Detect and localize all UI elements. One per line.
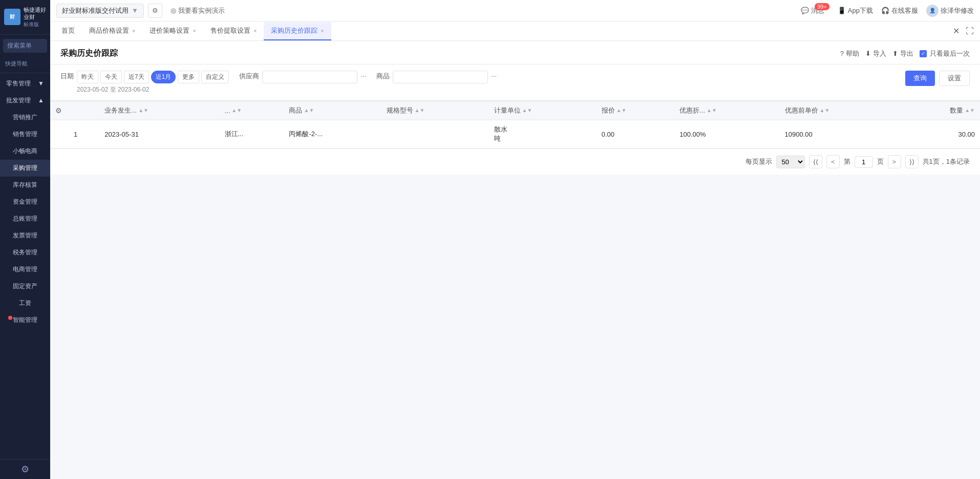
sidebar-item-tax[interactable]: 税务管理	[0, 244, 50, 261]
app-logo-icon: 财	[4, 9, 20, 25]
tab-history[interactable]: 采购历史价跟踪 ×	[264, 22, 331, 40]
page-number-input[interactable]	[855, 156, 873, 168]
last-only-checkbox[interactable]: ✓	[920, 50, 927, 57]
tab-home[interactable]: 首页	[54, 22, 82, 40]
topbar-settings-button[interactable]: ⚙	[148, 4, 162, 18]
tab-strategy[interactable]: 进价策略设置 ×	[142, 22, 203, 40]
sort-icon-supplier: ▲▼	[304, 108, 314, 113]
data-table-wrapper: ⚙ 业务发生... ▲▼ ... ▲▼	[50, 101, 980, 148]
page-first-button[interactable]: ⟨⟨	[809, 155, 822, 168]
sort-icon-more: ▲▼	[231, 108, 242, 113]
tab-maximize-button[interactable]: ⛶	[964, 25, 976, 37]
version-selector[interactable]: 好业财标准版交付试用 ▼	[56, 4, 144, 18]
sidebar-item-assets[interactable]: 固定资产	[0, 278, 50, 295]
cell-settings	[50, 120, 69, 148]
app-logo-text: 畅捷通好业财 标准版	[24, 6, 46, 28]
date-filter-options: 昨天 今天 近7天 近1月 更多 自定义 2023-05-02 至 2023-0…	[77, 71, 229, 94]
tab-end-buttons: ✕ ⛶	[951, 25, 976, 37]
sidebar-settings-button[interactable]: ⚙	[21, 464, 29, 475]
sidebar-item-ecommerce[interactable]: 电商管理	[0, 261, 50, 278]
tab-close-history[interactable]: ×	[321, 28, 324, 34]
tab-close-strategy[interactable]: ×	[193, 28, 196, 34]
col-unit-header: 计量单位 ▲▼	[489, 101, 596, 120]
messages-badge: 99+	[815, 3, 829, 10]
page-prev-button[interactable]: ＜	[826, 155, 840, 168]
column-settings-button[interactable]: ⚙	[55, 106, 62, 115]
sidebar-item-purchase[interactable]: 采购管理	[0, 160, 50, 177]
sidebar-item-marketing[interactable]: 营销推广	[0, 109, 50, 126]
total-info: 共1页，1条记录	[923, 157, 970, 166]
tab-sale-price[interactable]: 售价提取设置 ×	[203, 22, 264, 40]
query-button[interactable]: 查询	[905, 71, 935, 86]
tab-price[interactable]: 商品价格设置 ×	[82, 22, 142, 40]
help-button[interactable]: ? 帮助	[840, 49, 859, 58]
sidebar-item-invoice[interactable]: 发票管理	[0, 227, 50, 244]
product-more-btn[interactable]: ...	[491, 71, 497, 78]
sort-icon-date: ▲▼	[138, 108, 148, 113]
cell-num: 1	[69, 120, 99, 148]
page-label-text: 第	[844, 157, 850, 166]
date-btn-1month[interactable]: 近1月	[151, 71, 176, 83]
tab-close-all-button[interactable]: ✕	[951, 25, 962, 37]
product-input[interactable]	[393, 71, 488, 83]
date-btn-more[interactable]: 更多	[178, 71, 199, 83]
quick-nav-label: 快捷导航	[0, 57, 50, 71]
cell-qty: 30.00	[902, 120, 980, 148]
last-only-checkbox-row: ✓ 只看最后一次	[920, 49, 970, 58]
date-range-display: 2023-05-02 至 2023-06-02	[77, 85, 229, 94]
topbar: 好业财标准版交付试用 ▼ ⚙ ◎ 我要看实例演示 💬 消息 99+ 📱 App下…	[50, 0, 980, 21]
col-price-header: 报价 ▲▼	[596, 101, 674, 120]
cell-date: 2023-05-31	[99, 120, 219, 148]
date-btn-7days[interactable]: 近7天	[124, 71, 149, 83]
messages-button[interactable]: 💬 消息 99+	[801, 6, 824, 15]
tab-close-price[interactable]: ×	[132, 28, 135, 34]
page-unit-label: 页	[877, 157, 884, 166]
cell-price: 0.00	[596, 120, 674, 148]
per-page-select[interactable]: 50 20 100	[776, 156, 805, 168]
export-icon: ⬆	[892, 50, 898, 57]
help-icon: ?	[840, 50, 844, 57]
cell-discount: 100.00%	[674, 120, 779, 148]
import-button[interactable]: ⬇ 导入	[865, 49, 886, 58]
date-btn-custom[interactable]: 自定义	[201, 71, 229, 83]
search-menu-button[interactable]: 搜索菜单	[3, 39, 47, 53]
sidebar-item-ledger[interactable]: 总账管理	[0, 210, 50, 227]
cell-product: 丙烯酸-2-...	[284, 120, 381, 148]
export-button[interactable]: ⬆ 导出	[892, 49, 913, 58]
date-btn-row: 昨天 今天 近7天 近1月 更多 自定义	[77, 71, 229, 83]
online-service-button[interactable]: 🎧 在线客服	[881, 6, 918, 15]
demo-link[interactable]: ◎ 我要看实例演示	[171, 6, 225, 15]
supplier-input[interactable]	[262, 71, 357, 83]
settings-button[interactable]: 设置	[939, 71, 970, 86]
date-btn-today[interactable]: 今天	[100, 71, 122, 83]
user-menu[interactable]: 👤 徐泽华修改	[926, 5, 974, 17]
user-avatar: 👤	[926, 5, 939, 17]
sidebar-item-retail[interactable]: 零售管理 ▼	[0, 75, 50, 92]
col-more-header: ... ▲▼	[220, 101, 284, 120]
page-title: 采购历史价跟踪	[60, 48, 118, 59]
date-btn-yesterday[interactable]: 昨天	[77, 71, 98, 83]
per-page-label: 每页显示	[745, 157, 772, 166]
app-download-button[interactable]: 📱 App下载	[838, 6, 873, 15]
page-last-button[interactable]: ⟩⟩	[905, 155, 919, 168]
sidebar-item-sales[interactable]: 销售管理	[0, 126, 50, 143]
filter-actions: 查询 设置	[905, 71, 970, 86]
sidebar-item-smart[interactable]: 智能管理	[0, 312, 50, 329]
col-pre-price-header: 优惠前单价 ▲▼	[780, 101, 902, 120]
sidebar-item-finance[interactable]: 资金管理	[0, 193, 50, 210]
sidebar-item-ecommerce-small[interactable]: 小畅电商	[0, 143, 50, 160]
table-header-row: ⚙ 业务发生... ▲▼ ... ▲▼	[50, 101, 980, 120]
product-filter-group: 商品 ...	[376, 71, 497, 83]
sidebar-item-inventory[interactable]: 库存核算	[0, 177, 50, 193]
sidebar-item-salary[interactable]: 工资	[0, 295, 50, 312]
supplier-more-btn[interactable]: ...	[360, 71, 366, 78]
date-filter-group: 日期 昨天 今天 近7天 近1月 更多 自定义 2023-05-02 至 202…	[60, 71, 229, 94]
sidebar-logo: 财 畅捷通好业财 标准版	[0, 0, 50, 35]
sort-icon-unit: ▲▼	[522, 108, 532, 113]
page-next-button[interactable]: ＞	[888, 155, 901, 168]
tab-close-sale-price[interactable]: ×	[253, 28, 257, 34]
page-actions: ? 帮助 ⬇ 导入 ⬆ 导出 ✓ 只看最后一次	[840, 49, 970, 58]
sidebar-bottom: ⚙	[0, 459, 50, 479]
cell-spec	[381, 120, 489, 148]
sidebar-item-wholesale[interactable]: 批发管理 ▲	[0, 92, 50, 109]
